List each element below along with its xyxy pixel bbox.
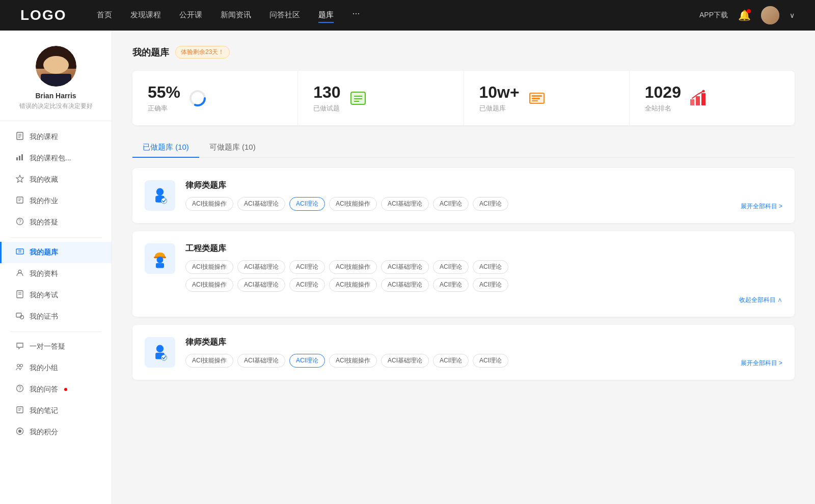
tag-0-0[interactable]: ACI技能操作 <box>185 197 233 211</box>
qbank-title-1: 律师类题库 <box>185 180 782 191</box>
profile-icon <box>15 269 24 279</box>
eng-tag-r2-2[interactable]: ACI理论 <box>289 278 325 292</box>
tabs-row: 已做题库 (10) 可做题库 (10) <box>132 137 795 158</box>
sidebar-item-course-package[interactable]: 我的课程包... <box>0 148 112 169</box>
tag-2-5[interactable]: ACI理论 <box>433 354 469 368</box>
svg-rect-13 <box>16 249 23 254</box>
notification-bell[interactable]: 🔔 <box>738 9 751 21</box>
tag-0-4[interactable]: ACI基础理论 <box>381 197 429 211</box>
svg-point-47 <box>156 188 164 195</box>
tab-done[interactable]: 已做题库 (10) <box>132 137 199 157</box>
tag-2-3[interactable]: ACI技能操作 <box>329 354 377 368</box>
navbar-menu: 首页 发现课程 公开课 新闻资讯 问答社区 题库 ··· <box>97 8 699 23</box>
tag-2-4[interactable]: ACI基础理论 <box>381 354 429 368</box>
notification-dot <box>747 9 751 13</box>
sidebar-item-my-qa[interactable]: ? 我的问答 <box>0 379 112 400</box>
points-icon <box>15 427 24 437</box>
sidebar-item-points[interactable]: 我的积分 <box>0 422 112 443</box>
qa-icon: ? <box>15 384 24 395</box>
sidebar-item-qa[interactable]: ? 我的答疑 <box>0 212 112 233</box>
engineer-icon <box>145 243 175 274</box>
eng-tag-r2-5[interactable]: ACI理论 <box>433 278 469 292</box>
eng-tag-r2-6[interactable]: ACI理论 <box>473 278 508 292</box>
avatar[interactable] <box>761 6 779 24</box>
tag-0-6[interactable]: ACI理论 <box>473 197 508 211</box>
tag-0-1[interactable]: ACI基础理论 <box>237 197 285 211</box>
svg-point-46 <box>702 90 704 92</box>
sidebar-item-profile[interactable]: 我的资料 <box>0 263 112 285</box>
notes-icon <box>15 406 24 416</box>
sidebar-item-notes[interactable]: 我的笔记 <box>0 400 112 422</box>
stat-banks-number: 10w+ <box>479 83 520 102</box>
nav-question-bank[interactable]: 题库 <box>318 8 334 23</box>
expand-link-1[interactable]: 展开全部科目 > <box>741 202 782 211</box>
tab-todo[interactable]: 可做题库 (10) <box>199 137 266 157</box>
exam-icon <box>15 290 24 300</box>
eng-tag-r1-3[interactable]: ACI技能操作 <box>329 260 377 274</box>
star-icon <box>15 175 24 185</box>
lawyer-icon-2 <box>145 337 175 368</box>
eng-tag-r1-6[interactable]: ACI理论 <box>473 260 508 274</box>
svg-rect-43 <box>690 99 694 105</box>
sidebar-item-favorites[interactable]: 我的收藏 <box>0 169 112 190</box>
qbank-card-lawyer-1: 律师类题库 ACI技能操作 ACI基础理论 ACI理论 ACI技能操作 ACI基… <box>132 168 795 223</box>
nav-discover[interactable]: 发现课程 <box>130 8 161 23</box>
tag-0-5[interactable]: ACI理论 <box>433 197 469 211</box>
nav-open-course[interactable]: 公开课 <box>179 8 202 23</box>
eng-tag-r2-0[interactable]: ACI技能操作 <box>185 278 233 292</box>
main-content: 我的题库 体验剩余23天！ 55% 正确率 <box>112 31 815 504</box>
app-download-button[interactable]: APP下载 <box>699 11 728 20</box>
eng-tag-r1-1[interactable]: ACI基础理论 <box>237 260 285 274</box>
bar-chart-icon <box>15 153 24 163</box>
stat-questions-label: 已做试题 <box>313 104 340 113</box>
sidebar-item-certificate[interactable]: 我的证书 <box>0 306 112 327</box>
sidebar-motto: 错误的决定比没有决定要好 <box>0 102 112 110</box>
logo[interactable]: LOGO <box>20 7 66 23</box>
stat-rank-number: 1029 <box>645 83 681 102</box>
sidebar-divider-2 <box>10 331 101 332</box>
svg-rect-44 <box>696 96 700 105</box>
stat-questions: 130 已做试题 <box>298 71 464 125</box>
question-icon: ? <box>15 217 24 228</box>
nav-more[interactable]: ··· <box>352 8 360 23</box>
tag-2-0[interactable]: ACI技能操作 <box>185 354 233 368</box>
nav-news[interactable]: 新闻资讯 <box>221 8 251 23</box>
sidebar-menu: 我的课程 我的课程包... 我的收藏 我的作业 <box>0 121 112 443</box>
sidebar-item-one-on-one[interactable]: 一对一答疑 <box>0 336 112 357</box>
svg-rect-42 <box>532 100 538 101</box>
eng-tag-r1-5[interactable]: ACI理论 <box>433 260 469 274</box>
sidebar-item-group[interactable]: 我的小组 <box>0 357 112 379</box>
tag-2-1[interactable]: ACI基础理论 <box>237 354 285 368</box>
sidebar-item-exam[interactable]: 我的考试 <box>0 285 112 306</box>
sidebar-item-question-bank[interactable]: 我的题库 <box>0 242 112 263</box>
tag-0-3[interactable]: ACI技能操作 <box>329 197 377 211</box>
avatar-dropdown-arrow[interactable]: ∨ <box>790 11 795 19</box>
svg-rect-20 <box>16 313 21 317</box>
stat-rank-label: 全站排名 <box>645 104 681 113</box>
nav-home[interactable]: 首页 <box>97 8 112 23</box>
svg-rect-52 <box>156 263 164 268</box>
accuracy-chart-icon <box>188 89 207 107</box>
svg-point-30 <box>18 430 21 433</box>
expand-link-3[interactable]: 展开全部科目 > <box>741 359 782 368</box>
eng-tag-r1-4[interactable]: ACI基础理论 <box>381 260 429 274</box>
sidebar-item-my-course[interactable]: 我的课程 <box>0 126 112 148</box>
tag-2-2[interactable]: ACI理论 <box>289 354 325 368</box>
eng-tag-r2-4[interactable]: ACI基础理论 <box>381 278 429 292</box>
tag-0-2[interactable]: ACI理论 <box>289 197 325 211</box>
page-header: 我的题库 体验剩余23天！ <box>132 46 795 59</box>
nav-qa[interactable]: 问答社区 <box>269 8 300 23</box>
sidebar-divider-1 <box>10 237 101 238</box>
collapse-link[interactable]: 收起全部科目 ∧ <box>185 296 782 304</box>
sidebar-username: Brian Harris <box>0 92 112 100</box>
sidebar-item-homework[interactable]: 我的作业 <box>0 190 112 212</box>
eng-tag-r1-0[interactable]: ACI技能操作 <box>185 260 233 274</box>
svg-rect-4 <box>16 157 18 160</box>
question-bank-icon <box>15 247 24 258</box>
eng-tag-r2-1[interactable]: ACI基础理论 <box>237 278 285 292</box>
tag-2-6[interactable]: ACI理论 <box>473 354 508 368</box>
sidebar-avatar <box>36 46 76 87</box>
eng-tag-r1-2[interactable]: ACI理论 <box>289 260 325 274</box>
svg-rect-5 <box>19 156 20 160</box>
eng-tag-r2-3[interactable]: ACI技能操作 <box>329 278 377 292</box>
